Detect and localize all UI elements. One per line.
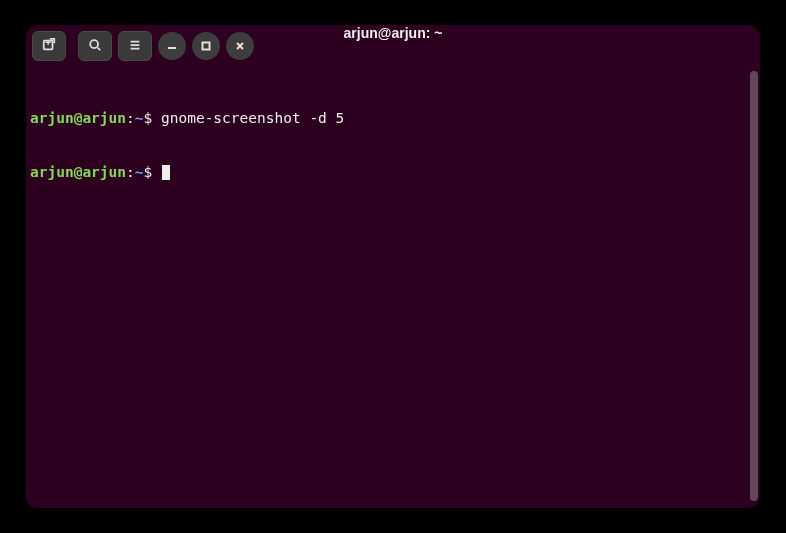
terminal-line: arjun@arjun:~$ [30, 163, 756, 181]
new-tab-button[interactable] [32, 31, 66, 61]
prompt-symbol: $ [144, 110, 161, 126]
cursor [162, 165, 170, 180]
svg-rect-7 [203, 42, 210, 49]
prompt-host: arjun [82, 110, 126, 126]
svg-point-1 [90, 40, 98, 48]
command-text: gnome-screenshot -d 5 [161, 110, 344, 126]
scrollbar[interactable] [750, 71, 758, 501]
terminal-window: arjun@arjun: ~ [26, 25, 760, 508]
prompt-path: ~ [135, 110, 144, 126]
svg-line-2 [98, 47, 101, 50]
menu-button[interactable] [118, 31, 152, 61]
search-icon [88, 37, 102, 56]
titlebar: arjun@arjun: ~ [26, 25, 760, 67]
prompt-user: arjun [30, 110, 74, 126]
prompt-colon: : [126, 110, 135, 126]
hamburger-icon [128, 37, 142, 56]
terminal-content[interactable]: arjun@arjun:~$ gnome-screenshot -d 5 arj… [26, 67, 760, 508]
maximize-button[interactable] [192, 32, 220, 60]
prompt-user: arjun [30, 164, 74, 180]
close-icon [234, 37, 246, 56]
search-button[interactable] [78, 31, 112, 61]
minimize-icon [166, 37, 178, 56]
terminal-line: arjun@arjun:~$ gnome-screenshot -d 5 [30, 109, 756, 127]
maximize-icon [200, 37, 212, 56]
new-tab-icon [42, 37, 56, 56]
close-button[interactable] [226, 32, 254, 60]
prompt-colon: : [126, 164, 135, 180]
minimize-button[interactable] [158, 32, 186, 60]
prompt-host: arjun [82, 164, 126, 180]
prompt-path: ~ [135, 164, 144, 180]
prompt-symbol: $ [144, 164, 161, 180]
